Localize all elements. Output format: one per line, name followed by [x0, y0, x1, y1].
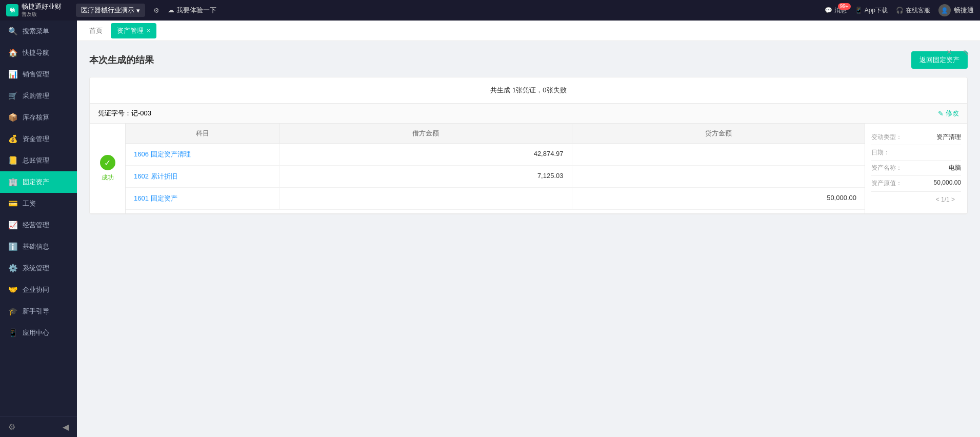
header-left: 畅 畅捷通好业财 普及版 医疗器械行业演示 ▾ ⚙ ☁ 我要体验一下: [6, 3, 216, 18]
sidebar-item-label: 固定资产: [23, 177, 49, 187]
headset-icon: 🎧: [896, 7, 904, 14]
voucher-header: 凭证字号：记-003 ✎ 修改: [90, 104, 967, 124]
sidebar-item-search-menu[interactable]: 🔍 搜索菜单: [0, 21, 77, 42]
sidebar-bottom: ⚙ ◀: [0, 416, 77, 437]
customer-service-label: 在线客服: [906, 6, 930, 15]
sidebar-item-payroll[interactable]: 💳 工资: [0, 193, 77, 214]
user-info[interactable]: 👤 畅捷通: [938, 4, 974, 16]
pagination[interactable]: < 1/1 >: [871, 191, 961, 207]
col-debit: 借方金额: [279, 124, 572, 143]
sidebar-item-label: 搜索菜单: [23, 27, 49, 36]
tab-home[interactable]: 首页: [85, 26, 107, 35]
search-icon: 🔍: [8, 27, 17, 36]
main-layout: 🔍 搜索菜单 🏠 快捷导航 📊 销售管理 🛒 采购管理 📦 库存核算 💰: [0, 21, 980, 437]
voucher-table: 科目 借方金额 贷方金额 1606 固定资产清理 42,874.97: [126, 124, 865, 213]
sidebar-item-basic-info[interactable]: ℹ️ 基础信息: [0, 236, 77, 257]
col-subject: 科目: [126, 124, 279, 143]
card-icon: 💳: [8, 199, 17, 208]
close-window-button[interactable]: ×: [943, 46, 955, 58]
sidebar-item-operations[interactable]: 📈 经营管理: [0, 214, 77, 236]
sidebar-item-label: 采购管理: [23, 91, 49, 101]
sidebar-item-ledger[interactable]: 📒 总账管理: [0, 150, 77, 171]
company-name: 医疗器械行业演示: [81, 6, 134, 15]
avatar: 👤: [938, 4, 951, 16]
sidebar-item-system[interactable]: ⚙️ 系统管理: [0, 257, 77, 279]
change-type-row: 变动类型： 资产清理: [871, 130, 961, 145]
original-value-value: 50,000.00: [934, 179, 961, 188]
original-value-row: 资产原值： 50,000.00: [871, 176, 961, 191]
window-controls: × ⤡: [943, 46, 972, 58]
top-header: 畅 畅捷通好业财 普及版 医疗器械行业演示 ▾ ⚙ ☁ 我要体验一下 💬 消息 …: [0, 0, 980, 21]
table-row: 1602 累计折旧 7,125.03: [126, 166, 865, 188]
sidebar-item-label: 总账管理: [23, 156, 49, 165]
row3-credit: 50,000.00: [572, 188, 865, 209]
sidebar-item-label: 销售管理: [23, 70, 49, 79]
home-icon: 🏠: [8, 48, 17, 57]
brand-info: 畅捷通好业财 普及版: [22, 3, 62, 18]
sidebar-item-enterprise[interactable]: 🤝 企业协同: [0, 279, 77, 301]
sidebar-item-guide[interactable]: 🎓 新手引导: [0, 301, 77, 322]
chart-icon: 📊: [8, 70, 17, 79]
sidebar-item-label: 库存核算: [23, 113, 49, 122]
settings-icon[interactable]: ⚙: [149, 3, 164, 17]
table-row: 1601 固定资产 50,000.00: [126, 188, 865, 210]
handshake-icon: 🤝: [8, 285, 17, 294]
edit-button[interactable]: ✎ 修改: [938, 109, 959, 118]
message-action[interactable]: 💬 消息 99+: [825, 6, 847, 15]
message-icon: 💬: [825, 7, 832, 14]
col-credit: 贷方金额: [572, 124, 865, 143]
message-badge: 99+: [838, 3, 851, 10]
experience-button[interactable]: ☁ 我要体验一下: [168, 6, 216, 15]
cart-icon: 🛒: [8, 91, 17, 101]
building-icon: 🏢: [8, 177, 17, 187]
sidebar-item-label: 应用中心: [23, 328, 49, 337]
apps-icon: 📱: [8, 328, 17, 337]
sidebar-item-label: 新手引导: [23, 307, 49, 316]
sidebar-item-purchase[interactable]: 🛒 采购管理: [0, 85, 77, 107]
success-label: 成功: [102, 173, 114, 182]
row1-account: 1606 固定资产清理: [126, 144, 279, 165]
expand-window-button[interactable]: ⤡: [959, 46, 972, 58]
sidebar-item-funds[interactable]: 💰 资金管理: [0, 128, 77, 150]
ledger-icon: 📒: [8, 156, 17, 165]
sidebar-item-quick-nav[interactable]: 🏠 快捷导航: [0, 42, 77, 64]
graph-icon: 📈: [8, 221, 17, 230]
brand-icon-text: 畅: [10, 7, 15, 14]
change-type-label: 变动类型：: [871, 133, 902, 142]
sidebar-item-label: 快捷导航: [23, 48, 49, 57]
company-selector[interactable]: 医疗器械行业演示 ▾: [76, 4, 145, 17]
row3-account: 1601 固定资产: [126, 188, 279, 209]
experience-label: ☁ 我要体验一下: [168, 6, 216, 15]
sidebar-item-sales[interactable]: 📊 销售管理: [0, 64, 77, 85]
side-panel: 变动类型： 资产清理 日期： 资产名称： 电脑: [865, 124, 967, 213]
sidebar-item-label: 企业协同: [23, 285, 49, 294]
tab-close-icon[interactable]: ×: [147, 27, 150, 34]
sidebar-item-fixed-assets[interactable]: 🏢 固定资产: [0, 171, 77, 193]
date-label: 日期：: [871, 148, 890, 157]
money-icon: 💰: [8, 134, 17, 144]
page-header: 本次生成的结果 返回固定资产: [89, 51, 968, 69]
voucher-id: 凭证字号：记-003: [98, 109, 151, 118]
brand-icon: 畅: [6, 4, 18, 16]
app-download-action[interactable]: 📱 App下载: [855, 6, 888, 15]
gear-icon: ⚙️: [8, 264, 17, 273]
success-icon: ✓: [100, 155, 115, 170]
collapse-icon[interactable]: ◀: [63, 422, 69, 432]
row2-credit: [572, 166, 865, 187]
row1-credit: [572, 144, 865, 165]
app-icon: 📱: [855, 7, 863, 14]
tab-asset-management[interactable]: 资产管理 ×: [111, 23, 156, 38]
username: 畅捷通: [954, 6, 974, 15]
change-type-value: 资产清理: [936, 133, 961, 142]
customer-service-action[interactable]: 🎧 在线客服: [896, 6, 930, 15]
row3-debit: [279, 188, 572, 209]
dropdown-icon: ▾: [136, 7, 140, 14]
table-row: 1606 固定资产清理 42,874.97: [126, 144, 865, 166]
tab-label: 资产管理: [117, 26, 144, 35]
tab-bar: 首页 资产管理 ×: [77, 21, 980, 41]
settings-bottom-icon[interactable]: ⚙: [8, 422, 15, 432]
sidebar-item-app-center[interactable]: 📱 应用中心: [0, 322, 77, 344]
sidebar-item-inventory[interactable]: 📦 库存核算: [0, 107, 77, 128]
date-row: 日期：: [871, 145, 961, 161]
asset-name-row: 资产名称： 电脑: [871, 161, 961, 176]
